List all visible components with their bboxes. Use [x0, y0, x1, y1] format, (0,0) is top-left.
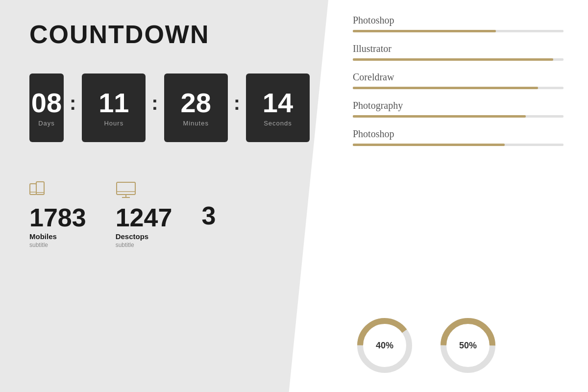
- mobiles-number: 1783: [29, 205, 86, 230]
- mobiles-subtitle: subtitle: [29, 242, 48, 248]
- skill-name-2: Coreldraw: [353, 72, 564, 83]
- svg-rect-4: [117, 182, 135, 195]
- skill-name-1: Illustrator: [353, 43, 564, 54]
- days-label: Days: [38, 120, 55, 127]
- skill-bar-fill-3: [353, 115, 526, 118]
- skill-item: Photoshop: [353, 128, 564, 146]
- colon-2: :: [151, 92, 158, 114]
- skill-bar-bg-0: [353, 30, 564, 32]
- donut-label-1: 50%: [459, 341, 477, 351]
- colon-3: :: [234, 92, 240, 114]
- right-panel: Photoshop Illustrator Coreldraw Photogra…: [328, 0, 588, 392]
- donut-item-1: 50%: [436, 314, 500, 377]
- donut-chart-0: 40%: [353, 314, 416, 377]
- desktops-subtitle: subtitle: [116, 242, 134, 248]
- minutes-label: Minutes: [183, 120, 209, 127]
- timer-block-days: 08 Days: [29, 74, 64, 142]
- skill-bar-bg-3: [353, 115, 564, 118]
- skill-bar-fill-2: [353, 87, 538, 89]
- desktops-number: 1247: [116, 205, 172, 230]
- seconds-number: 14: [263, 89, 293, 117]
- skill-bar-fill-0: [353, 30, 496, 32]
- stat-third: 3: [201, 181, 216, 228]
- timer-block-seconds: 14 Seconds: [246, 74, 310, 142]
- skill-name-3: Photography: [353, 100, 564, 111]
- svg-rect-2: [30, 184, 36, 195]
- minutes-number: 28: [181, 89, 211, 117]
- skill-bar-bg-4: [353, 144, 564, 146]
- skill-bar-bg-2: [353, 87, 564, 89]
- other-icon: [201, 181, 216, 199]
- countdown-title: COUNTDOWN: [29, 20, 299, 49]
- stats-row: 1783 Mobiles subtitle 1247 Desctops subt…: [29, 181, 299, 248]
- hours-label: Hours: [104, 120, 123, 127]
- timer-row: 08 Days : 11 Hours : 28 Minutes : 14 Sec…: [29, 74, 299, 142]
- skills-section: Photoshop Illustrator Coreldraw Photogra…: [353, 15, 564, 304]
- timer-block-hours: 11 Hours: [82, 74, 146, 142]
- donut-chart-1: 50%: [436, 314, 500, 377]
- skill-item: Coreldraw: [353, 72, 564, 89]
- mobile-icon: [29, 181, 49, 201]
- left-panel: COUNTDOWN 08 Days : 11 Hours : 28 Minute…: [0, 0, 328, 392]
- skill-name-0: Photoshop: [353, 15, 564, 26]
- seconds-label: Seconds: [264, 120, 292, 127]
- desktops-title: Desctops: [116, 232, 149, 241]
- donut-label-0: 40%: [376, 341, 393, 351]
- mobiles-title: Mobiles: [29, 232, 57, 241]
- days-number: 08: [31, 89, 62, 117]
- skill-bar-fill-4: [353, 144, 505, 146]
- stat-desktops: 1247 Desctops subtitle: [116, 181, 172, 248]
- colon-1: :: [70, 92, 76, 114]
- timer-block-minutes: 28 Minutes: [164, 74, 228, 142]
- skill-bar-fill-1: [353, 58, 553, 61]
- donut-item-0: 40%: [353, 314, 416, 377]
- stat-mobiles: 1783 Mobiles subtitle: [29, 181, 86, 248]
- third-number: 3: [201, 203, 216, 228]
- skill-item: Photoshop: [353, 15, 564, 32]
- skill-item: Illustrator: [353, 43, 564, 61]
- donut-section: 40% 50%: [353, 304, 564, 377]
- skill-item: Photography: [353, 100, 564, 118]
- hours-number: 11: [98, 89, 129, 117]
- skill-name-4: Photoshop: [353, 128, 564, 140]
- skill-bar-bg-1: [353, 58, 564, 61]
- desktop-icon: [116, 181, 137, 201]
